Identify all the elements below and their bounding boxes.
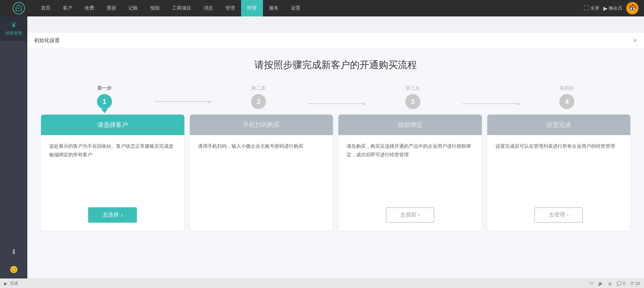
step3-label: 第三步 <box>363 85 463 91</box>
nav-item-message[interactable]: 消息 <box>197 0 219 16</box>
nav-item-charge[interactable]: 收费 <box>79 0 100 16</box>
sidebar-item-operation[interactable]: ¥ 经营管理 <box>0 16 27 41</box>
card-1-body: 该处展示的客户为不在回收站、客户状态正常建账后完成老板端绑定的所有客户 <box>41 135 184 202</box>
step3-node: 3 <box>363 94 463 113</box>
sidebar-bottom: ⬇ 😊 <box>0 243 27 278</box>
play-icon[interactable]: ▶ <box>4 281 7 286</box>
card-3-body: 请先购买，购买后选择开通的产品中的企业用户进行授权绑定，成功后即可进行经营管理 <box>338 135 482 202</box>
steps-circles-row: 1 ▶ 2 ▶ 3 ▶ <box>41 94 630 113</box>
step1-circle: 1 <box>97 94 112 109</box>
volume-icon[interactable]: 🔊 <box>598 281 603 286</box>
status-bar: ▶ 完成 🛡 🔊 🖨 💬 0 ⏱ 10 <box>0 278 644 288</box>
card-4-header: 设置完成 <box>487 115 631 135</box>
arrow-3-4: ▶ <box>463 103 517 104</box>
close-button[interactable]: × <box>633 37 637 44</box>
status-right: 🛡 🔊 🖨 💬 0 ⏱ 10 <box>589 281 640 286</box>
card-3-header: 授权绑定 <box>338 115 482 135</box>
timer-count: ⏱ 10 <box>630 281 640 286</box>
svg-point-0 <box>13 2 25 14</box>
card-2-footer <box>190 217 333 231</box>
arrow-1-2: ▶ <box>154 101 209 102</box>
nav-item-settings[interactable]: 设置 <box>285 0 307 16</box>
content-body: 请按照步骤完成新客户的开通购买流程 第一步 第二步 第三步 第四步 1 ▶ 2 <box>27 48 644 288</box>
cards-row: 请选择客户 该处展示的客户为不在回收站、客户状态正常建账后完成老板端绑定的所有客… <box>41 115 630 231</box>
page-heading: 请按照步骤完成新客户的开通购买流程 <box>41 58 630 71</box>
card-3-footer: 去授权 › <box>338 202 482 231</box>
nav-right: ⛶ 全屏 ▶ 畅会员 🐯 <box>584 2 639 14</box>
card-4-body: 设置完成后可以在管理列表进行所有企业用户的经营管理 <box>487 135 631 202</box>
top-nav: 首页 客户 收费 票据 记账 报税 工商项目 消息 管理 经营 服务 设置 ⛶ … <box>0 0 644 16</box>
step4-label: 第四步 <box>517 85 617 91</box>
steps-labels-row: 第一步 第二步 第三步 第四步 <box>41 85 630 91</box>
content-header: 初始化设置 × <box>27 33 644 48</box>
message-count: 💬 0 <box>617 281 625 286</box>
nav-item-operation[interactable]: 经营 <box>241 0 263 16</box>
nav-item-account[interactable]: 记账 <box>122 0 144 16</box>
go-authorize-button[interactable]: 去授权 › <box>386 207 434 223</box>
print-icon: 🖨 <box>608 281 612 286</box>
card-4: 设置完成 设置完成后可以在管理列表进行所有企业用户的经营管理 去管理 › <box>487 115 631 231</box>
step1-pointer <box>101 109 108 113</box>
go-manage-button[interactable]: 去管理 › <box>534 207 583 223</box>
fullscreen-btn[interactable]: ⛶ 全屏 <box>584 5 599 11</box>
card-1-footer: 去选择 › <box>41 202 184 231</box>
nav-item-home[interactable]: 首页 <box>35 0 57 16</box>
download-icon: ⬇ <box>11 248 17 256</box>
nav-item-tax[interactable]: 报税 <box>144 0 166 16</box>
step2-circle: 2 <box>251 94 266 109</box>
card-4-footer: 去管理 › <box>487 202 631 231</box>
nav-items: 首页 客户 收费 票据 记账 报税 工商项目 消息 管理 经营 服务 设置 <box>35 0 584 16</box>
card-2-body: 请用手机扫码，输入小微企业主账号密码进行购买 <box>190 135 333 217</box>
step2-label: 第二步 <box>209 85 309 91</box>
card-1-header: 请选择客户 <box>41 115 184 135</box>
nav-item-business[interactable]: 工商项目 <box>166 0 197 16</box>
avatar[interactable]: 🐯 <box>626 2 639 14</box>
step2-node: 2 <box>209 94 309 113</box>
step3-circle: 3 <box>405 94 420 109</box>
step4-node: 4 <box>517 94 617 113</box>
sidebar-item-support[interactable]: 😊 <box>0 261 27 278</box>
step1-label: 第一步 <box>55 85 154 91</box>
card-3: 授权绑定 请先购买，购买后选择开通的产品中的企业用户进行授权绑定，成功后即可进行… <box>338 115 482 231</box>
status-text: 完成 <box>10 280 18 286</box>
nav-item-bill[interactable]: 票据 <box>100 0 122 16</box>
nav-logo <box>5 2 32 14</box>
card-1: 请选择客户 该处展示的客户为不在回收站、客户状态正常建账后完成老板端绑定的所有客… <box>41 115 184 231</box>
support-icon: 😊 <box>10 265 18 274</box>
card-2-header: 手机扫码购买 <box>190 115 333 135</box>
shield-icon: 🛡 <box>589 281 593 286</box>
nav-item-manage[interactable]: 管理 <box>219 0 241 16</box>
sidebar-item-download[interactable]: ⬇ <box>0 243 27 261</box>
go-select-button[interactable]: 去选择 › <box>88 207 137 223</box>
yuan-icon: ¥ <box>12 21 15 29</box>
main-content: 初始化设置 × 请按照步骤完成新客户的开通购买流程 第一步 第二步 第三步 第四… <box>27 33 644 288</box>
card-2: 手机扫码购买 请用手机扫码，输入小微企业主账号密码进行购买 <box>190 115 333 231</box>
arrow-2-3: ▶ <box>308 103 363 104</box>
nav-item-service[interactable]: 服务 <box>263 0 285 16</box>
nav-item-customer[interactable]: 客户 <box>57 0 79 16</box>
member-btn[interactable]: ▶ 畅会员 <box>603 5 622 12</box>
step1-node: 1 <box>55 94 154 113</box>
sidebar: ¥ 经营管理 ⬇ 😊 <box>0 16 27 278</box>
page-title: 初始化设置 <box>34 37 60 44</box>
step4-circle: 4 <box>559 94 574 109</box>
